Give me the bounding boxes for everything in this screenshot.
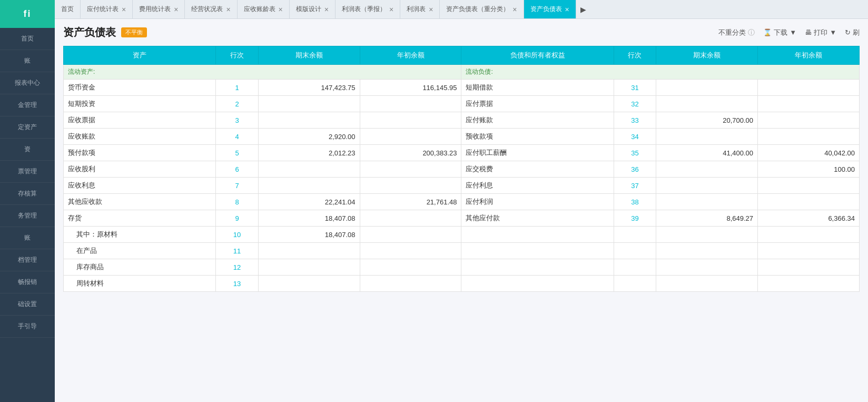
right-label: 应付账款	[461, 112, 614, 129]
tab-close-template-design[interactable]: ×	[324, 5, 329, 14]
tab-payable-stats[interactable]: 应付统计表 ×	[81, 0, 133, 19]
tab-close-receivable-aging[interactable]: ×	[279, 5, 283, 14]
tab-close-balance-reclassified[interactable]: ×	[512, 5, 517, 14]
left-row-num: 7	[216, 178, 258, 194]
left-row-num: 6	[216, 161, 258, 178]
left-label: 周转材料	[64, 276, 216, 292]
right-label: 其他应付款	[461, 210, 614, 227]
right-period-end	[656, 129, 758, 145]
right-year-start	[758, 259, 860, 276]
section-left-label: 流动资产:	[64, 65, 461, 80]
sidebar-item-fund-mgmt[interactable]: 金管理	[0, 94, 55, 116]
unbalanced-badge: 不平衡	[121, 27, 147, 37]
tab-scroll-right[interactable]: ▶	[576, 5, 590, 14]
right-year-start	[758, 194, 860, 210]
category-selector[interactable]: 不重分类 ⓘ	[718, 28, 755, 37]
left-period-end	[258, 259, 360, 276]
right-period-end	[656, 276, 758, 292]
sidebar-item-home[interactable]: 首页	[0, 28, 55, 50]
sidebar-item-report-center[interactable]: 报表中心	[0, 72, 55, 94]
left-row-num: 10	[216, 227, 258, 243]
left-period-end: 18,407.08	[258, 227, 360, 243]
page-title: 资产负债表	[63, 25, 116, 40]
sidebar-logo: fi	[0, 0, 55, 28]
sidebar-item-inventory[interactable]: 存核算	[0, 183, 55, 205]
left-period-end: 2,012.23	[258, 145, 360, 161]
right-label	[461, 276, 614, 292]
right-year-start	[758, 243, 860, 259]
sidebar-item-capital[interactable]: 资	[0, 139, 55, 161]
refresh-icon: ↻	[845, 28, 851, 36]
download-button[interactable]: ⌛ 下载 ▼	[763, 28, 796, 37]
sidebar-item-archive[interactable]: 档管理	[0, 249, 55, 271]
right-year-start: 40,042.00	[758, 145, 860, 161]
section-right-label: 流动负债:	[461, 65, 860, 80]
question-icon: ⓘ	[748, 28, 755, 37]
tab-close-operations[interactable]: ×	[226, 5, 230, 14]
tab-close-payable-stats[interactable]: ×	[122, 5, 126, 14]
col-year-start2: 年初余额	[758, 46, 860, 65]
tab-profit[interactable]: 利润表 ×	[400, 0, 440, 19]
main-content: 首页 应付统计表 × 费用统计表 × 经营状况表 × 应收账龄表 × 模版设计 …	[55, 0, 868, 402]
tab-profit-quarterly[interactable]: 利润表（季报） ×	[336, 0, 400, 19]
report-table: 资产 行次 期末余额 年初余额 负债和所有者权益 行次 期末余额 年初余额 流动…	[63, 46, 860, 292]
tab-close-profit[interactable]: ×	[429, 5, 433, 14]
tab-close-profit-quarterly[interactable]: ×	[389, 5, 393, 14]
printer-icon: 🖶	[805, 28, 812, 36]
left-row-num: 11	[216, 243, 258, 259]
sidebar-item-guide[interactable]: 手引导	[0, 316, 55, 338]
left-label: 应收票据	[64, 112, 216, 129]
right-year-start	[758, 276, 860, 292]
right-row-num: 36	[614, 161, 656, 178]
right-year-start: 6,366.34	[758, 210, 860, 227]
left-row-num: 9	[216, 210, 258, 227]
right-period-end	[656, 194, 758, 210]
left-row-num: 4	[216, 129, 258, 145]
left-year-start: 21,761.48	[360, 194, 461, 210]
tab-balance[interactable]: 资产负债表 ×	[524, 0, 576, 19]
right-period-end	[656, 96, 758, 112]
tab-balance-reclassified[interactable]: 资产负债表（重分类） ×	[440, 0, 524, 19]
sidebar-item-ledger[interactable]: 账	[0, 227, 55, 249]
right-period-end: 8,649.27	[656, 210, 758, 227]
col-liability: 负债和所有者权益	[461, 46, 614, 65]
sidebar-item-settings[interactable]: 础设置	[0, 293, 55, 316]
tab-close-expense-stats[interactable]: ×	[174, 5, 178, 14]
right-row-num: 37	[614, 178, 656, 194]
refresh-button[interactable]: ↻ 刷	[845, 28, 860, 37]
sidebar-item-account[interactable]: 账	[0, 50, 55, 72]
right-year-start	[758, 112, 860, 129]
left-period-end	[258, 178, 360, 194]
left-year-start	[360, 112, 461, 129]
print-button[interactable]: 🖶 打印 ▼	[805, 28, 836, 37]
left-year-start: 200,383.23	[360, 145, 461, 161]
tab-receivable-aging[interactable]: 应收账龄表 ×	[238, 0, 290, 19]
sidebar-item-expense[interactable]: 畅报销	[0, 271, 55, 293]
tab-home[interactable]: 首页	[55, 0, 81, 19]
col-period-end: 期末余额	[258, 46, 360, 65]
left-year-start	[360, 210, 461, 227]
right-label: 应付利息	[461, 178, 614, 194]
right-row-num	[614, 276, 656, 292]
right-label	[461, 243, 614, 259]
tab-template-design[interactable]: 模版设计 ×	[290, 0, 336, 19]
left-year-start	[360, 178, 461, 194]
right-label	[461, 259, 614, 276]
sidebar-item-affairs-mgmt[interactable]: 务管理	[0, 205, 55, 227]
right-label	[461, 227, 614, 243]
left-label: 在产品	[64, 243, 216, 259]
tab-operations[interactable]: 经营状况表 ×	[185, 0, 237, 19]
right-label: 应付票据	[461, 96, 614, 112]
right-row-num: 32	[614, 96, 656, 112]
left-year-start	[360, 259, 461, 276]
right-row-num: 35	[614, 145, 656, 161]
right-year-start	[758, 96, 860, 112]
sidebar-item-ticket-mgmt[interactable]: 票管理	[0, 161, 55, 183]
tab-close-balance[interactable]: ×	[565, 5, 569, 14]
header-actions: 不重分类 ⓘ ⌛ 下载 ▼ 🖶 打印 ▼ ↻ 刷	[718, 28, 860, 37]
right-row-num: 33	[614, 112, 656, 129]
tab-expense-stats[interactable]: 费用统计表 ×	[133, 0, 185, 19]
left-period-end: 147,423.75	[258, 80, 360, 96]
sidebar-item-fixed-assets[interactable]: 定资产	[0, 116, 55, 139]
right-period-end: 20,700.00	[656, 112, 758, 129]
